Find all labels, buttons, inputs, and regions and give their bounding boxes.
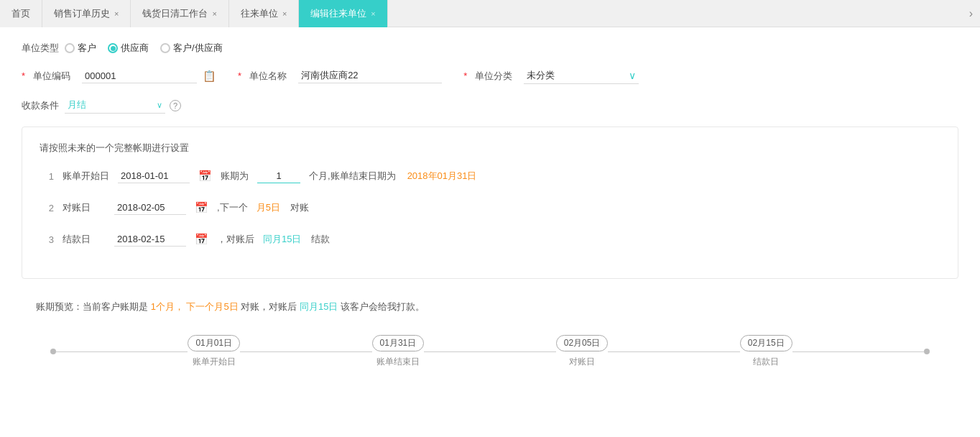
step-1-row: 1 账单开始日 📅 账期为 个月,账单结束日期为 2018年01月31日 — [40, 169, 940, 183]
unit-class-value: 未分类 — [527, 69, 629, 82]
timeline-pill-1: 01月01日 — [188, 335, 240, 351]
unit-type-radio-group: 客户 供应商 客户/供应商 — [65, 42, 223, 55]
unit-code-input[interactable] — [82, 69, 197, 83]
timeline-label-2: 账单结束日 — [376, 356, 420, 368]
radio-both[interactable]: 客户/供应商 — [160, 42, 223, 55]
timeline-row: 01月01日 账单开始日 01月31日 账单结束日 02月05日 对账日 — [50, 335, 930, 368]
radio-supplier-label: 供应商 — [121, 42, 149, 55]
preview-suffix: 该客户会给我打款。 — [341, 301, 425, 312]
step-3-highlight-teal: 同月15日 — [263, 233, 301, 246]
tab-edit-partner-close[interactable]: × — [371, 9, 375, 18]
step-3-desc-post: 结款 — [311, 233, 330, 246]
tab-home[interactable]: 首页 — [0, 0, 42, 27]
unit-code-label: 单位编码 — [33, 70, 70, 83]
unit-class-group: * 单位分类 未分类 ∨ — [463, 68, 639, 84]
payment-terms-select[interactable]: 月结 ∨ — [65, 97, 165, 114]
unit-fields-row: * 单位编码 📋 * 单位名称 * 单位分类 未分类 ∨ — [22, 68, 958, 84]
main-content: 单位类型 客户 供应商 客户/供应商 * 单位编码 📋 * 单位名称 — [0, 27, 980, 437]
timeline-container: 01月01日 账单开始日 01月31日 账单结束日 02月05日 对账日 — [36, 328, 944, 368]
unit-code-copy-icon[interactable]: 📋 — [203, 70, 216, 83]
payment-terms-row: 收款条件 月结 ∨ ? — [22, 97, 958, 114]
tab-sales-history[interactable]: 销售订单历史 × — [42, 0, 131, 27]
unit-name-star: * — [238, 70, 241, 81]
radio-supplier-circle — [108, 43, 118, 53]
timeline-node-2: 01月31日 账单结束日 — [372, 335, 425, 368]
box-title: 请按照未来的一个完整帐期进行设置 — [40, 142, 940, 155]
preview-payment: 同月15日 — [300, 301, 338, 312]
timeline-node-3: 02月05日 对账日 — [556, 335, 609, 368]
step-3-date-input[interactable] — [114, 232, 186, 247]
unit-class-select[interactable]: 未分类 ∨ — [524, 68, 639, 84]
tab-edit-partner-label: 编辑往来单位 — [310, 7, 366, 20]
radio-customer-circle — [65, 43, 75, 53]
step-3-calendar-icon[interactable]: 📅 — [195, 233, 208, 246]
tab-edit-partner[interactable]: 编辑往来单位 × — [299, 0, 387, 27]
step-1-label: 账单开始日 — [63, 170, 109, 183]
tabs-bar: 首页 销售订单历史 × 钱货日清工作台 × 往来单位 × 编辑往来单位 × › — [0, 0, 980, 27]
preview-text: 账期预览：当前客户账期是 1个月， 下一个月5日 对账，对账后 同月15日 该客… — [36, 300, 944, 313]
payment-terms-value: 月结 — [68, 98, 154, 111]
step-2-highlight-orange: 月5日 — [256, 201, 280, 214]
timeline-label-3: 对账日 — [569, 356, 595, 368]
step-2-desc-pre: ,下一个 — [217, 201, 248, 214]
tab-partner-label: 往来单位 — [241, 7, 278, 20]
unit-code-group: * 单位编码 📋 — [22, 69, 216, 83]
step-1-num: 1 — [40, 171, 54, 182]
tab-more-button[interactable]: › — [962, 7, 980, 20]
step-2-label: 对账日 — [63, 201, 106, 214]
unit-class-star: * — [463, 70, 467, 81]
tab-cash-work[interactable]: 钱货日清工作台 × — [131, 0, 228, 27]
radio-customer[interactable]: 客户 — [65, 42, 96, 55]
preview-period: 1个月， — [151, 301, 184, 312]
timeline-line-3 — [424, 351, 555, 352]
step-2-num: 2 — [40, 203, 54, 213]
tab-cash-work-label: 钱货日清工作台 — [142, 7, 208, 20]
radio-customer-label: 客户 — [78, 42, 96, 55]
timeline-node-4: 02月15日 结款日 — [740, 335, 792, 368]
step-2-date-input[interactable] — [114, 201, 186, 215]
step-3-row: 3 结款日 📅 ，对账后 同月15日 结款 — [40, 232, 940, 247]
timeline-node-1: 01月01日 账单开始日 — [188, 335, 240, 368]
payment-terms-help-icon[interactable]: ? — [170, 100, 181, 111]
step-2-calendar-icon[interactable]: 📅 — [195, 201, 208, 214]
tab-cash-work-close[interactable]: × — [212, 9, 216, 18]
step-1-end-date: 2018年01月31日 — [407, 170, 477, 183]
step-2-desc-post: 对账 — [290, 201, 309, 214]
timeline-end-dot — [924, 349, 930, 354]
unit-type-row: 单位类型 客户 供应商 客户/供应商 — [22, 42, 958, 55]
unit-type-label: 单位类型 — [22, 42, 59, 55]
timeline-line-5 — [792, 351, 924, 352]
payment-terms-label: 收款条件 — [22, 99, 59, 112]
preview-prefix: 账期预览：当前客户账期是 — [36, 301, 148, 312]
payment-terms-chevron-icon: ∨ — [157, 101, 162, 110]
tab-sales-history-close[interactable]: × — [114, 9, 119, 18]
preview-middle: 对账，对账后 — [241, 301, 297, 312]
preview-reconcile: 下一个月5日 — [186, 301, 238, 312]
step-3-desc-pre: ，对账后 — [217, 233, 254, 246]
tab-sales-history-label: 销售订单历史 — [54, 7, 110, 20]
unit-class-label: 单位分类 — [475, 70, 512, 83]
period-settings-box: 请按照未来的一个完整帐期进行设置 1 账单开始日 📅 账期为 个月,账单结束日期… — [22, 126, 958, 279]
step-1-calendar-icon[interactable]: 📅 — [198, 170, 212, 183]
timeline-line-4 — [608, 351, 739, 352]
tab-partner-close[interactable]: × — [282, 9, 287, 18]
timeline-pill-2: 01月31日 — [372, 335, 425, 351]
step-1-desc-suffix: 个月,账单结束日期为 — [309, 170, 396, 183]
unit-name-group: * 单位名称 — [238, 69, 442, 83]
period-input[interactable] — [257, 169, 300, 183]
timeline-line-2 — [240, 351, 371, 352]
step-1-desc-prefix: 账期为 — [221, 170, 249, 183]
radio-both-label: 客户/供应商 — [173, 42, 223, 55]
tab-home-label: 首页 — [11, 7, 30, 20]
step-1-date-input[interactable] — [118, 169, 190, 183]
unit-name-input[interactable] — [298, 69, 442, 83]
tab-partner[interactable]: 往来单位 × — [229, 0, 299, 27]
radio-supplier[interactable]: 供应商 — [108, 42, 149, 55]
step-3-num: 3 — [40, 234, 54, 245]
timeline-label-1: 账单开始日 — [193, 356, 236, 368]
unit-name-label: 单位名称 — [249, 70, 287, 83]
timeline-pill-3: 02月05日 — [556, 335, 609, 351]
radio-both-circle — [160, 43, 170, 53]
step-3-label: 结款日 — [63, 233, 106, 246]
timeline-start-dot — [50, 349, 56, 354]
